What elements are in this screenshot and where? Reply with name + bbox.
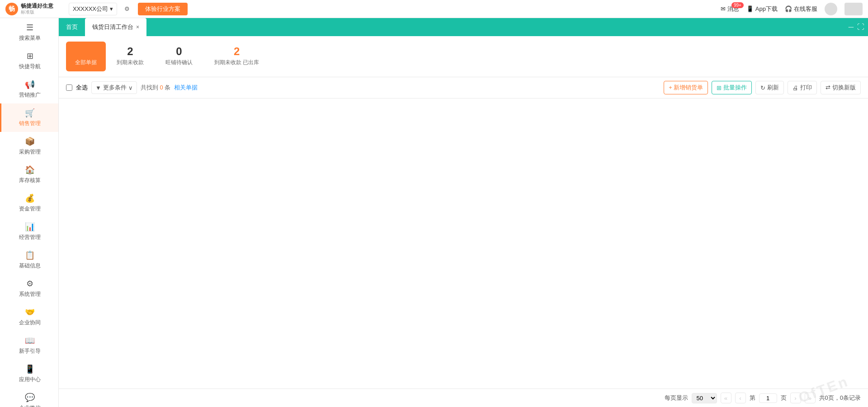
guide-icon: 📖 xyxy=(25,336,35,346)
sidebar-item-system[interactable]: ⚙ 系统管理 xyxy=(0,274,58,303)
marketing-icon: 📢 xyxy=(25,80,35,89)
logo-text: 畅捷通好生意 标准版 xyxy=(21,3,53,14)
last-page-button[interactable]: » xyxy=(805,393,816,403)
sidebar-item-quick-nav[interactable]: ⊞ 快捷导航 xyxy=(0,47,58,75)
switch-version-button[interactable]: ⇄ 切换新版 xyxy=(821,81,861,94)
switch-label: 切换新版 xyxy=(832,84,856,91)
sidebar-item-search-menu[interactable]: ☰ 搜索菜单 xyxy=(0,18,58,47)
refresh-button[interactable]: ↻ 刷新 xyxy=(755,81,784,94)
company-name: XXXXXX公司 xyxy=(73,5,108,13)
sidebar-item-inventory[interactable]: 🏠 库存核算 xyxy=(0,160,58,189)
message-icon: ✉ xyxy=(721,5,726,12)
print-button[interactable]: 🖨 打印 xyxy=(788,81,817,94)
sidebar-item-label-sales: 销售管理 xyxy=(19,120,41,127)
add-sales-order-button[interactable]: + 新增销货单 xyxy=(664,81,708,94)
batch-icon: ⊞ xyxy=(717,84,722,91)
stat-card-all[interactable]: 2 全部单据 xyxy=(66,42,106,71)
sidebar-item-finance[interactable]: 💰 资金管理 xyxy=(0,189,58,217)
basic-info-icon: 📋 xyxy=(25,250,35,260)
sidebar-item-purchase[interactable]: 📦 采购管理 xyxy=(0,132,58,160)
online-service-label: 在线客服 xyxy=(794,5,817,13)
user-avatar[interactable] xyxy=(825,3,837,15)
sidebar-item-app-center[interactable]: 📱 应用中心 xyxy=(0,360,58,388)
sidebar-item-label-purchase: 采购管理 xyxy=(19,148,41,156)
sidebar-item-operations[interactable]: 📊 经营管理 xyxy=(0,217,58,246)
logo-area: 畅 畅捷通好生意 标准版 xyxy=(5,3,64,15)
stat-wangpu-label: 旺铺待确认 xyxy=(165,59,193,66)
page-number-input[interactable] xyxy=(759,393,777,403)
page-suffix: 页 xyxy=(781,394,787,402)
system-icon: ⚙ xyxy=(26,279,33,289)
toolbar-left: 全选 ▼ 更多条件 ∨ 共找到 0 条 相关单据 xyxy=(66,81,198,94)
prev-page-button[interactable]: ‹ xyxy=(735,393,746,403)
stat-overdue-label: 到期未收款 xyxy=(117,59,144,66)
stat-card-wangpu[interactable]: 0 旺铺待确认 xyxy=(158,42,207,71)
message-button[interactable]: ✉ 消息 99+ xyxy=(721,5,739,13)
select-all-label: 全选 xyxy=(76,84,88,92)
top-right-area: ✉ 消息 99+ 📱 App下载 🎧 在线客服 xyxy=(721,3,863,15)
page-summary: 共0页，0条记录 xyxy=(819,394,861,402)
next-page-button[interactable]: › xyxy=(790,393,801,403)
sidebar: ☰ 搜索菜单 ⊞ 快捷导航 📢 营销推广 🛒 销售管理 📦 采购管理 🏠 库存核… xyxy=(0,18,59,407)
operations-icon: 📊 xyxy=(25,222,35,232)
stat-card-overdue[interactable]: 2 到期未收款 xyxy=(109,42,158,71)
found-text: 共找到 0 条 xyxy=(141,84,170,92)
sidebar-item-label-wechat: 企业微信 xyxy=(19,404,41,407)
user-name-area[interactable] xyxy=(844,3,863,15)
select-all-checkbox[interactable] xyxy=(66,84,72,91)
tab-bar-actions: ─ ⛶ xyxy=(849,23,868,31)
sidebar-item-marketing[interactable]: 📢 营销推广 xyxy=(0,75,58,103)
filter-icon: ▼ xyxy=(95,84,101,91)
tab-workbench[interactable]: 钱货日清工作台 × xyxy=(85,18,146,36)
main-layout: ☰ 搜索菜单 ⊞ 快捷导航 📢 营销推广 🛒 销售管理 📦 采购管理 🏠 库存核… xyxy=(0,18,868,407)
search-menu-icon: ☰ xyxy=(26,23,33,33)
stat-all-label: 全部单据 xyxy=(75,59,97,66)
top-bar: 畅 畅捷通好生意 标准版 XXXXXX公司 ▾ ⚙ 体验行业方案 ✉ 消息 99… xyxy=(0,0,868,18)
minimize-icon[interactable]: ─ xyxy=(849,23,854,31)
stat-all-number: 2 xyxy=(75,45,97,58)
per-page-select[interactable]: 50 20 100 xyxy=(692,393,717,403)
stat-shipped-label: 到期未收款 已出库 xyxy=(214,59,259,66)
logo-main: 畅捷通好生意 xyxy=(21,3,53,9)
sidebar-item-enterprise[interactable]: 🤝 企业协同 xyxy=(0,303,58,331)
related-link[interactable]: 相关单据 xyxy=(174,84,198,92)
stat-card-shipped[interactable]: 2 到期未收款 已出库 xyxy=(207,42,274,71)
switch-icon: ⇄ xyxy=(826,84,830,91)
print-icon: 🖨 xyxy=(793,84,798,91)
finance-icon: 💰 xyxy=(25,193,35,203)
first-page-button[interactable]: « xyxy=(721,393,731,403)
maximize-icon[interactable]: ⛶ xyxy=(857,23,864,31)
tab-bar: 首页 钱货日清工作台 × ─ ⛶ xyxy=(59,18,868,36)
settings-button[interactable]: ⚙ xyxy=(121,3,133,15)
dropdown-icon: ▾ xyxy=(110,5,113,12)
page-content: 2 全部单据 2 到期未收款 0 旺铺待确认 2 到期未收款 已出库 xyxy=(59,36,868,407)
stat-overdue-number: 2 xyxy=(117,45,144,58)
sidebar-item-label-quick-nav: 快捷导航 xyxy=(19,63,41,70)
refresh-label: 刷新 xyxy=(767,84,779,92)
experience-button[interactable]: 体验行业方案 xyxy=(138,3,188,15)
sidebar-item-wechat[interactable]: 💬 企业微信 xyxy=(0,388,58,407)
company-selector[interactable]: XXXXXX公司 ▾ xyxy=(69,3,117,15)
message-badge: 99+ xyxy=(731,2,744,8)
tab-close-icon[interactable]: × xyxy=(136,24,139,30)
tab-home[interactable]: 首页 xyxy=(59,18,85,36)
purchase-icon: 📦 xyxy=(25,136,35,146)
per-page-label: 每页显示 xyxy=(665,394,688,402)
app-download-button[interactable]: 📱 App下载 xyxy=(746,5,778,13)
filter-button[interactable]: ▼ 更多条件 ∨ xyxy=(91,81,137,94)
wechat-icon: 💬 xyxy=(25,393,35,402)
stat-shipped-number: 2 xyxy=(214,45,259,58)
sidebar-item-basic-info[interactable]: 📋 基础信息 xyxy=(0,246,58,274)
sidebar-item-sales[interactable]: 🛒 销售管理 xyxy=(0,103,58,132)
batch-operation-button[interactable]: ⊞ 批量操作 xyxy=(712,81,752,94)
table-area xyxy=(59,98,868,388)
sidebar-item-label-enterprise: 企业协同 xyxy=(19,319,41,327)
inventory-icon: 🏠 xyxy=(25,165,35,175)
sidebar-item-label-operations: 经营管理 xyxy=(19,234,41,241)
sidebar-item-label-guide: 新手引导 xyxy=(19,347,41,355)
logo-sub: 标准版 xyxy=(21,9,53,15)
online-service-button[interactable]: 🎧 在线客服 xyxy=(785,5,817,13)
found-unit: 条 xyxy=(165,84,170,91)
sidebar-item-guide[interactable]: 📖 新手引导 xyxy=(0,331,58,360)
app-download-label: App下载 xyxy=(755,5,778,13)
